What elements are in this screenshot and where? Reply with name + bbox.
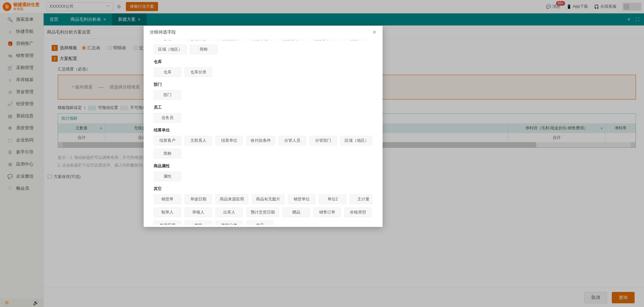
field-chip[interactable]: 主计量	[350, 194, 373, 204]
field-chip[interactable]: 价格类型	[344, 207, 372, 217]
field-chip[interactable]: 仓库分类	[185, 67, 212, 77]
field-chip[interactable]: 商品有无图片	[252, 194, 285, 204]
field-chip-partial[interactable]: 主联系人	[308, 39, 336, 41]
field-chip[interactable]: 销售订单	[313, 207, 341, 217]
field-chip[interactable]: 区域（地区）	[154, 45, 187, 54]
group-title: 其它	[154, 186, 373, 192]
modal-title: 分组待选字段	[150, 29, 176, 35]
group-title: 员工	[154, 105, 373, 110]
field-chip-partial[interactable]: 商户分类	[185, 39, 212, 41]
field-chip[interactable]: 项目分类	[215, 221, 243, 225]
field-chip[interactable]: 简称	[154, 149, 181, 159]
field-chip[interactable]: 主联系人	[185, 136, 212, 145]
modal-body: 商户商户分类分管部门分管人员主联系人主联系人...字段 区域（地区）简称 仓库仓…	[144, 39, 383, 227]
field-chip[interactable]: 销货单位	[288, 194, 315, 204]
group-chips: 仓库仓库分类	[154, 67, 373, 77]
field-chip[interactable]: 审核人	[185, 207, 212, 217]
group-title: 商品属性	[154, 163, 373, 169]
field-chip[interactable]: 结算单位	[215, 136, 243, 145]
group-chips: 属性	[154, 172, 373, 181]
field-chip[interactable]: 仓库	[154, 67, 181, 77]
field-chip-partial[interactable]: 分管部门	[215, 39, 243, 41]
field-chip[interactable]: 属性	[154, 172, 181, 181]
field-chip[interactable]: 单位2	[319, 194, 346, 204]
field-chip[interactable]: 预计交货日期	[246, 207, 279, 217]
field-chip[interactable]: 业务员	[154, 113, 181, 123]
group-chips: 结算客户主联系人结算单位收付款条件分管人员分管部门区域（地区）简称	[154, 136, 373, 159]
group-chips: 业务员	[154, 113, 373, 123]
group-chips: 部门	[154, 90, 373, 100]
field-chip[interactable]: 收付款条件	[246, 136, 275, 145]
field-chip[interactable]: 商品来源应用	[215, 194, 248, 204]
field-chip[interactable]: 制单人	[154, 207, 181, 217]
modal-scroll[interactable]: 商户商户分类分管部门分管人员主联系人主联系人...字段 区域（地区）简称 仓库仓…	[154, 39, 373, 225]
group-title: 结算单位	[154, 127, 373, 133]
field-chip[interactable]: 出库人	[215, 207, 243, 217]
field-chip[interactable]: 部门	[154, 90, 181, 100]
group-title: 部门	[154, 82, 373, 87]
modal-group-fields: 分组待选字段 ✕ 商户商户分类分管部门分管人员主联系人主联系人...字段 区域（…	[144, 26, 383, 227]
top-chips: 区域（地区）简称	[154, 45, 373, 54]
field-chip[interactable]: 区域（地区）	[340, 136, 373, 145]
field-chip-partial[interactable]: 主联系人	[277, 39, 305, 41]
field-chip[interactable]: 销货单	[154, 194, 181, 204]
field-chip[interactable]: 分管人员	[279, 136, 306, 145]
group-title: 仓库	[154, 59, 373, 65]
field-chip[interactable]: 分管部门	[309, 136, 337, 145]
field-chip[interactable]: 结算客户	[154, 136, 181, 145]
group-chips: 销货单单据日期商品来源应用商品有无图片销货单位单位2主计量制单人审核人出库人预计…	[154, 194, 373, 225]
field-chip[interactable]: 单据日期	[185, 194, 212, 204]
field-chip[interactable]: 赠品	[283, 207, 310, 217]
close-icon[interactable]: ✕	[373, 29, 377, 35]
partial-row: 商户商户分类分管部门分管人员主联系人主联系人...字段	[154, 39, 373, 41]
field-chip[interactable]: 来源应用	[154, 221, 181, 225]
field-chip[interactable]: 批号	[246, 221, 274, 225]
field-chip[interactable]: 简称	[190, 45, 217, 54]
field-chip-partial[interactable]: 商户	[154, 39, 181, 41]
field-chip-partial[interactable]: 分管人员	[246, 39, 274, 41]
field-chip[interactable]: 项目	[185, 221, 212, 225]
modal-head: 分组待选字段 ✕	[144, 26, 383, 39]
field-chip-partial[interactable]: ...字段	[339, 39, 366, 41]
